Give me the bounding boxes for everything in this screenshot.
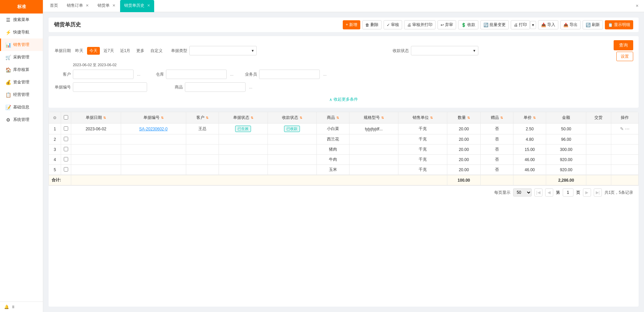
goods-dots[interactable]: ... [248,85,254,89]
salesperson-input[interactable] [259,70,320,79]
tab-sales-order-close[interactable]: ✕ [86,3,89,8]
sidebar-item-funds-mgmt[interactable]: 💰 资金管理 [0,76,43,88]
print-dropdown-arrow[interactable]: ▾ [530,21,536,29]
cell-gift: 否 [480,145,513,155]
tab-sales-history-close[interactable]: ✕ [147,3,150,8]
sidebar-bottom-icon2[interactable]: ⏸ [11,305,15,309]
sidebar-item-quick-nav[interactable]: ⚡ 快捷导航 [0,26,43,38]
cell-qty: 20.00 [447,155,481,165]
sidebar-item-label: 快捷导航 [13,29,29,35]
page-size-select[interactable]: 50 100 200 [513,188,532,197]
date-today[interactable]: 今天 [87,47,100,55]
sidebar: 标准 ☰ 搜索菜单 ⚡ 快捷导航 📊 销售管理 🛒 采购管理 🏠 库存核算 💰 … [0,0,43,312]
date-1month[interactable]: 近1月 [118,47,133,55]
cell-checkbox[interactable] [61,165,71,175]
refresh-button[interactable]: 🔃 刷新 [583,20,603,29]
date-more[interactable]: 更多 [134,47,147,55]
abandon-icon: ↩ [441,23,444,27]
doc-date-sort-icon: ⇅ [103,116,106,120]
more-icon[interactable]: ⋯ [625,126,629,131]
sidebar-item-operation-mgmt[interactable]: 📋 经营管理 [0,88,43,101]
th-action: 操作 [611,112,639,124]
export-button[interactable]: 📤 导出 [560,20,581,29]
th-customer[interactable]: 客户 ⇅ [186,112,219,124]
tab-sales-goods[interactable]: 销货单 ✕ [93,0,119,12]
show-detail-button[interactable]: 📋 显示明细 [605,20,633,29]
set-button[interactable]: 设置 [616,52,633,61]
page-next-btn[interactable]: ▶ [583,188,591,197]
abandon-button[interactable]: ↩ 弃审 [438,20,456,29]
th-gift[interactable]: 赠品 ⇅ [480,112,513,124]
review-print-button[interactable]: 🖨 审核并打印 [404,20,436,29]
doc-type-select[interactable]: ▾ [189,46,257,55]
th-doc-status[interactable]: 单据状态 ⇅ [219,112,268,124]
delete-button[interactable]: 🗑 删除 [362,20,382,29]
cell-customer: 王总 [186,124,219,134]
review-button[interactable]: ✓ 审核 [384,20,402,29]
sidebar-item-search-menu[interactable]: ☰ 搜索菜单 [0,14,43,26]
cell-checkbox[interactable] [61,145,71,155]
collapse-row[interactable]: ∧ 收起更多条件 [54,95,633,104]
cell-checkbox[interactable] [61,124,71,134]
sidebar-item-inventory[interactable]: 🏠 库存核算 [0,63,43,76]
th-goods[interactable]: 商品 ⇅ [316,112,349,124]
salesperson-dots[interactable]: ... [322,72,328,77]
th-settings[interactable]: ⚙ [49,112,61,124]
th-doc-date[interactable]: 单据日期 ⇅ [71,112,121,124]
cell-trade [586,155,611,165]
th-unit-price[interactable]: 单价 ⇅ [513,112,546,124]
tab-sales-goods-close[interactable]: ✕ [112,3,115,8]
date-custom[interactable]: 自定义 [148,47,165,55]
cell-doc-status [219,145,268,155]
page-first-btn[interactable]: |◀ [534,188,542,197]
customer-input[interactable] [73,70,134,79]
cell-checkbox[interactable] [61,134,71,145]
cell-customer [186,134,219,145]
th-trade: 交货 [586,112,611,124]
tab-sales-history[interactable]: 销货单历史 ✕ [120,0,154,12]
tab-sales-order[interactable]: 销售订单 ✕ [63,0,93,12]
sidebar-item-basic-info[interactable]: 📝 基础信息 [0,101,43,113]
cell-doc-date [71,165,121,175]
print-button[interactable]: 🖨 打印 [511,20,530,29]
collect-button[interactable]: 💲 收款 [458,20,478,29]
cell-sales-unit: 千克 [398,165,447,175]
sidebar-bottom-icon1[interactable]: 🔔 [4,305,9,309]
basic-info-icon: 📝 [5,105,11,110]
th-collect-status[interactable]: 收款状态 ⇅ [268,112,316,124]
sidebar-item-label: 系统管理 [13,117,29,123]
th-doc-number[interactable]: 单据编号 ⇅ [121,112,186,124]
page-prev-btn[interactable]: ◀ [545,188,553,197]
query-button[interactable]: 查询 [614,40,633,50]
select-all-checkbox[interactable] [64,115,68,120]
tab-close-all[interactable]: ✕ [633,2,641,9]
cell-doc-status: 已生效 [219,124,268,134]
new-button[interactable]: + 新增 [343,20,360,29]
page-last-btn[interactable]: ▶| [594,188,602,197]
th-sales-unit[interactable]: 销售单位 ⇅ [398,112,447,124]
date-yesterday[interactable]: 昨天 [73,47,86,55]
cell-seq: 3 [49,145,61,155]
goods-input[interactable] [185,82,246,92]
warehouse-dots[interactable]: ... [229,72,235,77]
batch-change-button[interactable]: 🔄 批量变更 [480,20,509,29]
date-7days[interactable]: 近7天 [101,47,116,55]
summary-label: 合计: [49,175,71,185]
sidebar-item-sales-mgmt[interactable]: 📊 销售管理 [0,38,43,51]
collect-status-label: 收款状态 [392,48,409,54]
edit-icon[interactable]: ✎ [620,126,624,131]
cell-amount: 920.00 [546,155,586,165]
settings-icon[interactable]: ⚙ [53,115,57,120]
collect-status-select[interactable]: ▾ [411,46,478,55]
doc-number-input[interactable] [73,82,147,92]
th-qty[interactable]: 数量 ⇅ [447,112,481,124]
import-button[interactable]: 📥 导入 [538,20,558,29]
sidebar-item-purchase-mgmt[interactable]: 🛒 采购管理 [0,51,43,63]
cell-checkbox[interactable] [61,155,71,165]
customer-dots[interactable]: ... [136,72,142,77]
sidebar-item-system-mgmt[interactable]: ⚙ 系统管理 [0,113,43,126]
page-number-input[interactable] [563,188,573,197]
warehouse-input[interactable] [166,70,227,79]
tab-home[interactable]: 首页 [46,0,62,12]
th-spec[interactable]: 规格型号 ⇅ [349,112,398,124]
